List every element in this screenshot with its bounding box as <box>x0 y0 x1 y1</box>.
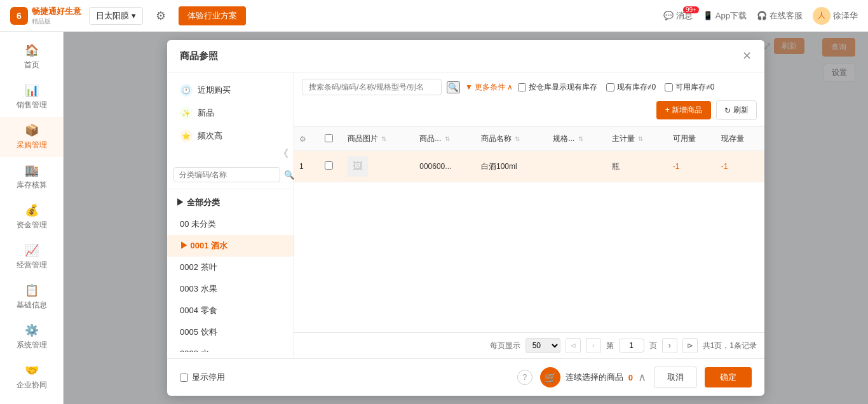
quick-item-recent[interactable]: 🕐 近期购买 <box>173 79 287 102</box>
experience-button[interactable]: 体验行业方案 <box>179 6 246 25</box>
row-checkbox-cell <box>320 151 342 182</box>
top-right-area: 💬 消息 99+ 📱 App下载 🎧 在线客服 人 徐泽华 <box>663 7 858 25</box>
sidebar-item-purchase[interactable]: 📦 采购管理 <box>0 117 63 157</box>
more-filter-button[interactable]: ▼ 更多条件 ∧ <box>465 82 513 93</box>
messages-button[interactable]: 💬 消息 99+ <box>663 10 693 22</box>
total-info: 共1页，1条记录 <box>703 340 757 351</box>
sidebar: 🏠 首页 📊 销售管理 📦 采购管理 🏬 库存核算 💰 资金管理 📈 经营管理 … <box>0 32 64 404</box>
company-dropdown[interactable]: 日太阳膜 ▾ <box>89 7 143 25</box>
sort-icon-unit: ⇅ <box>638 135 643 142</box>
modal-close-button[interactable]: ✕ <box>742 49 752 63</box>
cat-item-liquor[interactable]: ▶ 0001 酒水 <box>167 235 294 257</box>
prev-page-button[interactable]: ‹ <box>586 338 601 353</box>
sales-icon: 📊 <box>25 83 39 97</box>
next-page-button[interactable]: › <box>662 338 677 353</box>
divider <box>167 189 294 189</box>
sidebar-item-inventory[interactable]: 🏬 库存核算 <box>0 157 63 197</box>
chevron-down-icon: ▾ <box>132 11 136 20</box>
row-index: 1 <box>294 151 320 182</box>
checkbox-nonzero-input[interactable] <box>606 83 614 91</box>
sidebar-item-sales[interactable]: 📊 销售管理 <box>0 77 63 117</box>
col-checkbox <box>320 127 342 151</box>
row-image-cell: 🖼 <box>342 151 414 182</box>
help-button[interactable]: ? <box>517 370 532 385</box>
collapse-button[interactable]: 《 <box>167 147 294 161</box>
sidebar-label-inventory: 库存核算 <box>17 180 47 191</box>
cancel-button[interactable]: 取消 <box>654 367 697 388</box>
product-search-button[interactable]: 🔍 <box>447 81 460 93</box>
refresh-icon: ↻ <box>724 106 731 115</box>
table-row[interactable]: 1 🖼 000600... 白酒100ml <box>294 151 764 182</box>
col-name: 商品名称 ⇅ <box>476 127 548 151</box>
row-stock: -1 <box>716 151 764 182</box>
category-search-input[interactable] <box>173 167 280 182</box>
first-page-button[interactable]: ⊲ <box>566 338 581 353</box>
home-icon: 🏠 <box>25 43 39 57</box>
recent-icon: 🕐 <box>180 84 193 97</box>
cat-item-snack[interactable]: 0004 零食 <box>167 300 294 321</box>
sidebar-label-purchase: 采购管理 <box>17 140 47 151</box>
checkbox-available-nonzero[interactable]: 可用库存≠0 <box>665 82 714 93</box>
cat-item-unclassified[interactable]: 00 未分类 <box>167 213 294 235</box>
app-download-button[interactable]: 📱 App下载 <box>703 10 747 22</box>
sidebar-item-business[interactable]: 📈 经营管理 <box>0 237 63 277</box>
user-profile[interactable]: 人 徐泽华 <box>813 7 858 25</box>
product-table-container: ⚙ 商品图片 ⇅ <box>294 127 764 332</box>
pagination: 每页显示 50 100 200 ⊲ ‹ 第 页 › <box>294 332 764 358</box>
category-list: ▶ 全部分类 00 未分类 ▶ 0001 酒水 0002 茶叶 <box>167 192 294 352</box>
cat-item-drink[interactable]: 0005 饮料 <box>167 321 294 343</box>
finance-icon: 💰 <box>25 203 39 217</box>
cat-item-fruit[interactable]: 0003 水果 <box>167 278 294 300</box>
page-number-input[interactable] <box>619 339 644 353</box>
table-toolbar: 🔍 ▼ 更多条件 ∧ 按仓库显示现有库存 <box>294 72 764 127</box>
per-page-select[interactable]: 50 100 200 <box>526 338 560 353</box>
new-icon: ✨ <box>180 107 193 119</box>
row-checkbox[interactable] <box>325 161 333 170</box>
checkbox-nonzero-stock[interactable]: 现有库存≠0 <box>606 82 656 93</box>
last-page-button[interactable]: ⊳ <box>682 338 698 353</box>
freq-icon: ⭐ <box>180 130 193 142</box>
row-spec <box>548 151 607 182</box>
sidebar-item-basics[interactable]: 📋 基础信息 <box>0 277 63 317</box>
purchase-icon: 📦 <box>25 123 39 137</box>
checkbox-warehouse-input[interactable] <box>518 83 526 91</box>
add-product-button[interactable]: + 新增商品 <box>656 101 711 119</box>
modal-header: 商品参照 ✕ <box>167 40 764 72</box>
sidebar-item-finance[interactable]: 💰 资金管理 <box>0 197 63 237</box>
quick-item-new[interactable]: ✨ 新品 <box>173 102 287 125</box>
checkbox-available-input[interactable] <box>665 83 673 91</box>
settings-icon[interactable]: ⚙ <box>151 6 171 25</box>
sidebar-item-guide[interactable]: 🌟 新手引导 <box>0 397 63 404</box>
quick-item-freq[interactable]: ⭐ 频次高 <box>173 125 287 147</box>
cat-item-all[interactable]: ▶ 全部分类 <box>167 192 294 213</box>
row-available: -1 <box>668 151 716 182</box>
col-settings[interactable]: ⚙ <box>294 127 320 151</box>
online-service-button[interactable]: 🎧 在线客服 <box>757 10 803 22</box>
select-all-checkbox[interactable] <box>325 134 333 142</box>
sidebar-item-system[interactable]: ⚙️ 系统管理 <box>0 317 63 357</box>
product-reference-modal: 商品参照 ✕ 🕐 近期购买 ✨ 新 <box>167 40 764 396</box>
checkbox-warehouse[interactable]: 按仓库显示现有库存 <box>518 82 597 93</box>
sort-icon-code: ⇅ <box>445 135 450 142</box>
refresh-button[interactable]: ↻ 刷新 <box>716 100 757 120</box>
confirm-button[interactable]: 确定 <box>705 367 752 387</box>
column-settings-icon[interactable]: ⚙ <box>299 135 306 144</box>
sidebar-item-home[interactable]: 🏠 首页 <box>0 37 63 77</box>
sidebar-item-collab[interactable]: 🤝 企业协同 <box>0 357 63 397</box>
show-disabled-checkbox[interactable]: 显示停用 <box>180 372 225 383</box>
col-unit: 主计量 ⇅ <box>607 127 668 151</box>
cart-icon[interactable]: 🛒 <box>540 367 560 387</box>
cat-item-water[interactable]: 0008 水 <box>167 343 294 352</box>
collapse-cart-button[interactable]: ∧ <box>638 370 646 384</box>
cat-item-tea[interactable]: 0002 茶叶 <box>167 257 294 278</box>
cart-label: 连续选择的商品 <box>566 372 623 383</box>
message-icon: 💬 <box>663 11 674 20</box>
col-stock: 现存量 <box>716 127 764 151</box>
product-search-input[interactable] <box>302 79 442 95</box>
collapse-icon[interactable]: 《 <box>278 147 288 161</box>
col-spec: 规格... ⇅ <box>548 127 607 151</box>
category-search-button[interactable]: 🔍 <box>284 170 295 180</box>
show-disabled-input[interactable] <box>180 374 188 382</box>
modal-right-panel: 🔍 ▼ 更多条件 ∧ 按仓库显示现有库存 <box>294 72 764 358</box>
phone-icon: 📱 <box>703 11 713 20</box>
